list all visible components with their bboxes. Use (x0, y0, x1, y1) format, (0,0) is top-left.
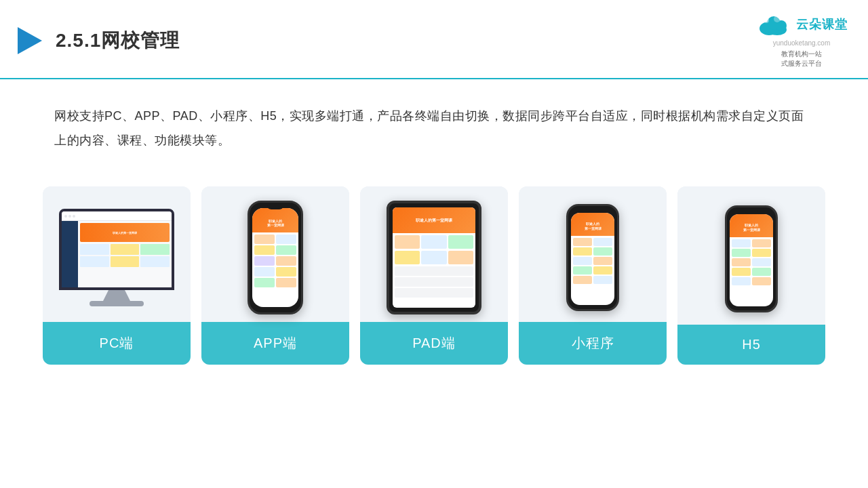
h5-row-2 (732, 249, 771, 257)
h5-label: H5 (677, 325, 825, 365)
pad-label: PAD端 (360, 322, 508, 365)
screen-card-4 (80, 256, 109, 267)
tablet-wide-2 (395, 277, 473, 287)
mp-card-3 (573, 247, 592, 256)
phone-card-1 (254, 235, 275, 244)
mp-card-1 (573, 238, 592, 246)
h5-notch (745, 210, 758, 214)
tab-card-2 (421, 235, 446, 249)
h5-screen: 职途人的第一堂网课 (730, 214, 773, 306)
miniprogram-screen: 职途人的第一堂网课 (571, 213, 614, 305)
screen-topbar (62, 211, 172, 221)
tablet-grid-1 (395, 235, 473, 249)
svg-marker-0 (18, 27, 42, 54)
mp-card-5 (573, 257, 592, 265)
bottom-spacer (0, 365, 868, 378)
h5-top: 职途人的第一堂网课 (730, 214, 773, 237)
mp-row-2 (573, 247, 612, 256)
miniprogram-body (571, 236, 614, 287)
phone-banner-text: 职途人的第一堂网课 (267, 219, 284, 228)
h5-phone: 职途人的第一堂网课 (725, 205, 778, 312)
screen-grid (80, 244, 170, 267)
miniprogram-image-area: 职途人的第一堂网课 (519, 186, 667, 322)
app-image-area: 职途人的第一堂网课 (201, 186, 349, 322)
header: 2.5.1网校管理 云朵课堂 yunduoketang.com 教育机构一站 式… (0, 0, 868, 79)
phone-card-4 (276, 245, 296, 255)
tab-card-3 (448, 235, 473, 249)
phone-row-5 (254, 278, 296, 287)
phone-card-3 (254, 245, 275, 255)
miniprogram-banner: 职途人的第一堂网课 (585, 222, 601, 231)
miniprogram-label: 小程序 (519, 322, 667, 365)
h5-card-1 (732, 239, 751, 247)
svg-point-5 (764, 18, 769, 23)
phone-notch (267, 205, 283, 209)
phone-card-6 (276, 256, 296, 266)
tablet-screen: 职途人的第一堂网课 (393, 207, 475, 308)
phone-row-2 (254, 245, 296, 255)
screen-card-2 (111, 244, 140, 255)
pc-image-area: 职途人的第一堂网课 (43, 186, 191, 322)
mp-row-3 (573, 257, 612, 265)
tablet-frame: 职途人的第一堂网课 (387, 201, 481, 314)
h5-card-6 (752, 258, 771, 266)
mp-card-10 (593, 276, 612, 284)
h5-row-1 (732, 239, 771, 247)
h5-image-area: 职途人的第一堂网课 (677, 186, 825, 325)
mp-card-7 (573, 266, 592, 274)
tablet-top: 职途人的第一堂网课 (393, 207, 475, 233)
screen-card-3 (140, 244, 170, 255)
logo-tagline: 教育机构一站 式服务云平台 (781, 49, 822, 68)
phone-card-2 (276, 235, 296, 244)
phone-row-1 (254, 235, 296, 244)
miniprogram-notch (586, 209, 599, 212)
phone-card-9 (254, 278, 275, 287)
app-label: APP端 (201, 322, 349, 365)
cards-area: 职途人的第一堂网课 (0, 173, 868, 365)
mp-card-9 (573, 276, 592, 284)
screen-dot-1 (64, 215, 67, 218)
pad-image-area: 职途人的第一堂网课 (360, 186, 508, 322)
h5-row-4 (732, 268, 771, 276)
phone-card-8 (276, 267, 296, 277)
screen-dot-2 (68, 215, 71, 218)
miniprogram-top: 职途人的第一堂网课 (571, 213, 614, 236)
h5-card-4 (752, 249, 771, 257)
tablet-wide-3 (395, 288, 473, 298)
header-left: 2.5.1网校管理 (14, 24, 180, 57)
phone-card-10 (276, 278, 296, 287)
tablet-banner-text: 职途人的第一堂网课 (416, 218, 452, 224)
logo-text: 云朵课堂 (796, 16, 848, 33)
screen-main: 职途人的第一堂网课 (78, 221, 172, 287)
pc-label: PC端 (43, 322, 191, 365)
phone-row-3 (254, 256, 296, 266)
phone-card-7 (254, 267, 275, 277)
logo-area: 云朵课堂 yunduoketang.com 教育机构一站 式服务云平台 (755, 12, 848, 68)
monitor-screen: 职途人的第一堂网课 (62, 211, 172, 287)
logo-url: yunduoketang.com (773, 39, 831, 47)
description-content: 网校支持PC、APP、PAD、小程序、H5，实现多端打通，产品各终端自由切换，数… (54, 109, 804, 147)
mp-card-2 (593, 238, 612, 246)
card-miniprogram: 职途人的第一堂网课 (519, 186, 667, 365)
h5-body (730, 237, 773, 289)
mp-row-4 (573, 266, 612, 274)
monitor-stand (103, 290, 130, 301)
mp-card-4 (593, 247, 612, 256)
h5-card-7 (732, 268, 751, 276)
logo-image: 云朵课堂 (755, 12, 848, 37)
tab-card-1 (395, 235, 420, 249)
screen-card-6 (140, 256, 170, 267)
app-phone-frame: 职途人的第一堂网课 (248, 201, 303, 314)
h5-card-5 (732, 258, 751, 266)
card-pad: 职途人的第一堂网课 (360, 186, 508, 365)
phone-body (252, 232, 298, 291)
mp-card-6 (593, 257, 612, 265)
h5-card-9 (732, 277, 751, 285)
tablet-body (393, 233, 475, 301)
tab-card-5 (421, 251, 446, 264)
screen-content: 职途人的第一堂网课 (62, 221, 172, 287)
app-phone-screen: 职途人的第一堂网课 (252, 208, 298, 307)
tab-card-4 (395, 251, 420, 264)
tablet-grid-2 (395, 251, 473, 264)
description-text: 网校支持PC、APP、PAD、小程序、H5，实现多端打通，产品各终端自由切换，数… (0, 79, 868, 166)
